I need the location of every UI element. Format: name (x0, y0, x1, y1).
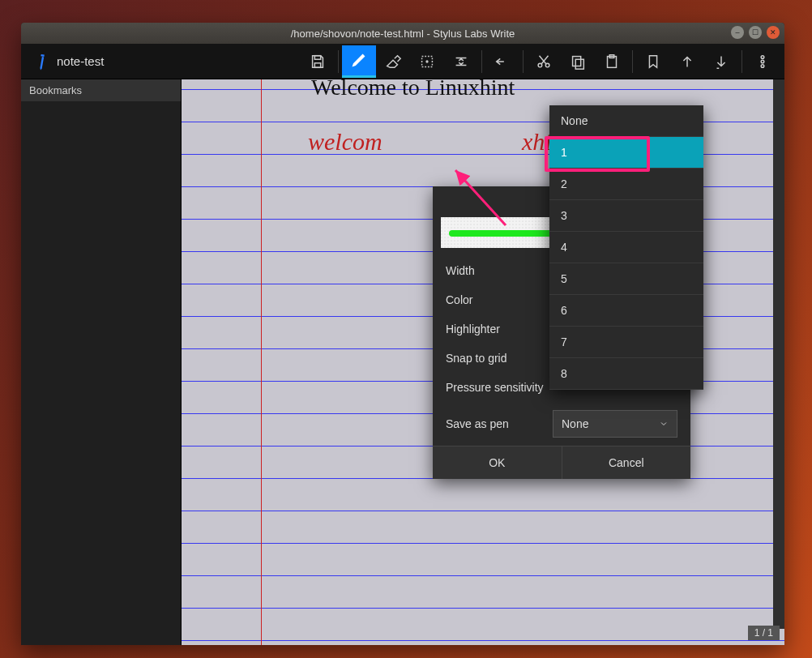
pen-icon (350, 51, 368, 69)
sidebar-header: Bookmarks (21, 79, 181, 101)
save-icon (309, 53, 327, 70)
select-icon (418, 53, 436, 70)
save-button[interactable] (301, 45, 335, 78)
pen-highlighter-label: Highlighter (446, 323, 500, 335)
save-as-pen-select[interactable]: None (553, 410, 677, 438)
rule-line (182, 575, 784, 576)
maximize-button[interactable]: ☐ (749, 26, 762, 39)
handwriting-line-2-left: welcom (308, 128, 382, 156)
titlebar: /home/shovon/note-test.html - Stylus Lab… (21, 23, 784, 44)
dropdown-option[interactable]: 2 (549, 169, 703, 200)
svg-rect-7 (573, 56, 581, 66)
ok-button[interactable]: OK (433, 446, 562, 479)
handwriting-line-1: Welcome to Linuxhint (311, 79, 515, 100)
arrow-up-icon (678, 53, 696, 70)
bookmark-icon (644, 53, 662, 70)
bookmark-button[interactable] (636, 45, 670, 78)
dropdown-option[interactable]: 1 (549, 137, 703, 169)
note-canvas[interactable]: // ruled lines drawn below via JS after … (182, 79, 784, 645)
rule-line (182, 640, 784, 641)
svg-rect-1 (314, 55, 320, 59)
svg-rect-8 (575, 59, 583, 69)
document-tab[interactable]: note-test (26, 53, 112, 70)
cut-button[interactable] (527, 45, 561, 78)
copy-button[interactable] (561, 45, 595, 78)
toolbar-group (301, 45, 780, 78)
dropdown-option[interactable]: 8 (549, 358, 703, 390)
document-tab-label: note-test (57, 54, 104, 68)
insert-space-button[interactable] (444, 45, 478, 78)
pen-dialog-buttons: OK Cancel (433, 446, 690, 479)
insert-space-icon (452, 53, 470, 70)
svg-rect-2 (314, 62, 320, 67)
pen-saveas-label: Save as pen (446, 417, 509, 430)
rule-line (182, 608, 784, 609)
undo-button[interactable] (485, 45, 519, 78)
content-area: Bookmarks // ruled lines drawn below via… (21, 79, 784, 645)
pen-color-label: Color (446, 293, 472, 306)
pen-pressure-label: Pressure sensitivity (446, 381, 544, 394)
overflow-menu-button[interactable] (746, 45, 780, 78)
svg-point-4 (426, 61, 428, 62)
prev-page-button[interactable] (670, 45, 704, 78)
pen-snap-label: Snap to grid (446, 352, 507, 365)
eraser-tool-button[interactable] (376, 45, 410, 78)
pen-tool-button[interactable] (342, 45, 376, 78)
rule-line (182, 511, 784, 511)
arrow-down-icon (712, 53, 730, 70)
cut-icon (535, 53, 553, 70)
save-as-pen-dropdown: None12345678 (549, 105, 703, 390)
svg-point-12 (761, 60, 764, 63)
app-window: /home/shovon/note-test.html - Stylus Lab… (21, 23, 784, 645)
save-as-pen-value: None (562, 417, 588, 430)
paste-button[interactable] (595, 45, 629, 78)
cancel-button[interactable]: Cancel (562, 446, 691, 479)
window-title: /home/shovon/note-test.html - Stylus Lab… (291, 28, 515, 40)
next-page-button[interactable] (704, 45, 738, 78)
pen-row-saveas: Save as pen None (433, 402, 690, 446)
svg-point-6 (545, 63, 549, 67)
copy-icon (569, 53, 587, 70)
dropdown-option[interactable]: None (549, 105, 703, 137)
undo-icon (494, 53, 511, 70)
rule-line (182, 543, 784, 544)
close-button[interactable]: ✕ (767, 26, 780, 39)
sidebar: Bookmarks (21, 79, 182, 645)
pen-width-label: Width (446, 264, 475, 277)
minimize-button[interactable]: – (731, 26, 744, 39)
page-indicator: 1 / 1 (748, 626, 780, 640)
eraser-icon (384, 53, 402, 70)
toolbar: note-test (21, 44, 784, 79)
overflow-menu-icon (754, 53, 771, 70)
pen-icon (31, 50, 53, 73)
dropdown-option[interactable]: 7 (549, 327, 703, 358)
dropdown-option[interactable]: 5 (549, 263, 703, 295)
paste-icon (603, 53, 621, 70)
dropdown-option[interactable]: 4 (549, 232, 703, 263)
chevron-down-icon (659, 419, 669, 429)
svg-rect-0 (41, 53, 45, 56)
svg-point-13 (761, 64, 764, 67)
canvas-wrap: // ruled lines drawn below via JS after … (182, 79, 784, 645)
margin-line (261, 79, 262, 645)
dropdown-option[interactable]: 6 (549, 295, 703, 327)
vertical-scrollbar[interactable] (773, 79, 784, 629)
dropdown-option[interactable]: 3 (549, 200, 703, 232)
svg-point-5 (538, 63, 542, 67)
select-tool-button[interactable] (410, 45, 444, 78)
window-controls: – ☐ ✕ (731, 26, 780, 39)
svg-point-11 (761, 55, 764, 58)
